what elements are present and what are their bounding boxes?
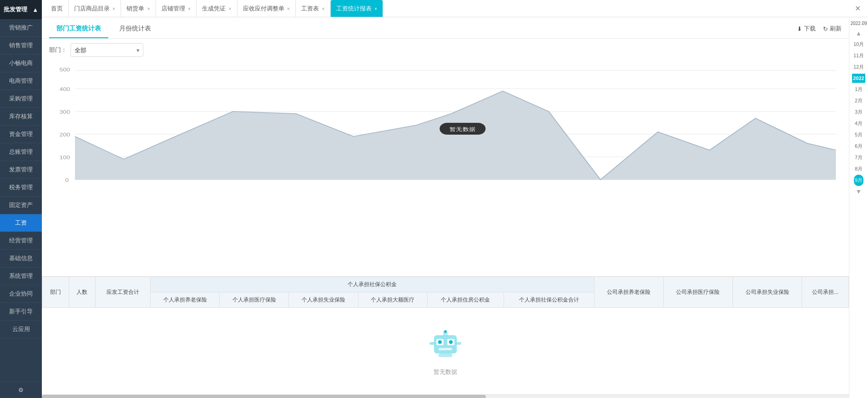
th-personal-medical: 个人承担医疗保险 xyxy=(220,292,289,308)
chart-svg: 0 100 200 300 400 500 xyxy=(49,66,842,184)
sidebar-item-工资[interactable]: 工资 xyxy=(0,214,42,232)
tab-2[interactable]: 销货单× xyxy=(121,0,156,17)
th-dept: 部门 xyxy=(42,277,69,308)
sub-tab-bar: 部门工资统计表月份统计表 ⬇ 下载 ↻ 刷新 xyxy=(42,17,849,39)
sidebar-item-云应用[interactable]: 云应用 xyxy=(0,321,42,338)
sidebar-item-税务管理[interactable]: 税务管理 xyxy=(0,179,42,196)
tab-3[interactable]: 店铺管理× xyxy=(156,0,197,17)
tab-bar-close[interactable]: ✕ xyxy=(851,4,864,13)
svg-text:0: 0 xyxy=(65,177,69,183)
th-company-pension: 公司承担养老保险 xyxy=(594,277,663,308)
timeline-month-1月[interactable]: 1月 xyxy=(852,84,865,95)
filter-dept-wrapper: 全部 xyxy=(71,43,143,57)
timeline-month-7月[interactable]: 7月 xyxy=(852,152,865,163)
tab-5[interactable]: 应收应付调整单× xyxy=(237,0,296,17)
timeline-month-11月[interactable]: 11月 xyxy=(852,50,865,61)
tab-close-4[interactable]: × xyxy=(228,6,231,11)
chart-area: 0 100 200 300 400 500 xyxy=(42,61,849,276)
timeline-month-6月[interactable]: 6月 xyxy=(852,141,865,152)
filter-bar: 部门： 全部 xyxy=(42,39,849,61)
tab-7[interactable]: 工资统计报表× xyxy=(331,0,383,17)
sub-tab-0[interactable]: 部门工资统计表 xyxy=(49,22,108,38)
download-button[interactable]: ⬇ 下载 xyxy=(797,25,816,33)
tab-close-3[interactable]: × xyxy=(188,6,191,11)
main-area: 首页门店商品目录×销货单×店铺管理×生成凭证×应收应付调整单×工资表×工资统计报… xyxy=(42,0,868,398)
empty-icon xyxy=(427,326,464,363)
tab-close-5[interactable]: × xyxy=(287,6,290,11)
tab-close-6[interactable]: × xyxy=(322,6,324,11)
svg-text:200: 200 xyxy=(60,132,70,137)
timeline-month-8月[interactable]: 8月 xyxy=(852,163,865,175)
sidebar-settings[interactable]: ⚙ xyxy=(0,382,42,398)
timeline-month-9月[interactable]: 9月 xyxy=(854,175,863,186)
data-table: 部门 人数 应发工资合计 个人承担社保公积金 公司承担养老保险 公司承担医疗保险… xyxy=(42,277,849,308)
tab-6[interactable]: 工资表× xyxy=(296,0,330,17)
table-section: 部门 人数 应发工资合计 个人承担社保公积金 公司承担养老保险 公司承担医疗保险… xyxy=(42,276,849,394)
horizontal-scrollbar[interactable] xyxy=(42,394,849,398)
sidebar-item-销售管理[interactable]: 销售管理 xyxy=(0,37,42,55)
svg-point-22 xyxy=(444,330,447,333)
sidebar-item-总账管理[interactable]: 总账管理 xyxy=(0,143,42,161)
tab-4[interactable]: 生成凭证× xyxy=(197,0,237,17)
sidebar-item-经营管理[interactable]: 经营管理 xyxy=(0,232,42,250)
svg-text:500: 500 xyxy=(60,67,70,72)
svg-rect-25 xyxy=(439,353,452,357)
content-area: 部门工资统计表月份统计表 ⬇ 下载 ↻ 刷新 部门： 全 xyxy=(42,17,868,398)
th-company-unemployment: 公司承担失业保险 xyxy=(732,277,802,308)
sidebar-item-采购管理[interactable]: 采购管理 xyxy=(0,90,42,108)
svg-text:100: 100 xyxy=(60,155,70,160)
sidebar-item-电商管理[interactable]: 电商管理 xyxy=(0,72,42,90)
svg-point-19 xyxy=(449,340,453,344)
th-company-other: 公司承担... xyxy=(802,277,849,308)
svg-text:暂无数据: 暂无数据 xyxy=(449,126,476,132)
th-personal-large-medical: 个人承担大额医疗 xyxy=(358,292,427,308)
refresh-button[interactable]: ↻ 刷新 xyxy=(823,25,842,33)
sidebar-title: 批发管理 xyxy=(4,5,27,14)
filter-dept-select[interactable]: 全部 xyxy=(71,43,143,57)
th-personal-pension: 个人承担养老保险 xyxy=(151,292,220,308)
th-personal-total: 个人承担社保公积金合计 xyxy=(504,292,594,308)
sidebar-item-固定资产[interactable]: 固定资产 xyxy=(0,196,42,214)
tab-close-1[interactable]: × xyxy=(112,6,115,11)
svg-rect-23 xyxy=(429,342,435,345)
svg-text:300: 300 xyxy=(60,109,70,115)
scrollbar-thumb[interactable] xyxy=(42,395,486,398)
timeline-up-arrow[interactable]: ▲ xyxy=(849,28,868,39)
timeline-month-4月[interactable]: 4月 xyxy=(852,118,865,129)
svg-text:400: 400 xyxy=(60,86,70,92)
download-icon: ⬇ xyxy=(797,25,802,32)
tab-close-7[interactable]: × xyxy=(374,6,377,11)
sub-tab-1[interactable]: 月份统计表 xyxy=(112,22,158,38)
sidebar-item-资金管理[interactable]: 资金管理 xyxy=(0,126,42,143)
settings-icon: ⚙ xyxy=(18,387,24,393)
tab-close-2[interactable]: × xyxy=(147,6,150,11)
sidebar-item-库存核算[interactable]: 库存核算 xyxy=(0,108,42,126)
sidebar-item-营销推广[interactable]: 营销推广 xyxy=(0,19,42,37)
tab-bar: 首页门店商品目录×销货单×店铺管理×生成凭证×应收应付调整单×工资表×工资统计报… xyxy=(42,0,868,17)
svg-point-18 xyxy=(438,340,442,344)
sidebar-item-小畅电商[interactable]: 小畅电商 xyxy=(0,55,42,72)
sidebar-item-发票管理[interactable]: 发票管理 xyxy=(0,161,42,179)
sidebar-item-新手引导[interactable]: 新手引导 xyxy=(0,303,42,321)
svg-rect-24 xyxy=(456,342,461,345)
sub-tab-actions: ⬇ 下载 ↻ 刷新 xyxy=(797,25,842,35)
filter-dept-label: 部门： xyxy=(49,46,67,54)
timeline-year-2022: 2022 xyxy=(852,74,865,83)
sidebar-item-基础信息[interactable]: 基础信息 xyxy=(0,250,42,267)
timeline-month-5月[interactable]: 5月 xyxy=(852,129,865,141)
timeline-month-3月[interactable]: 3月 xyxy=(852,106,865,118)
timeline-month-12月[interactable]: 12月 xyxy=(852,61,865,73)
refresh-icon: ↻ xyxy=(823,25,828,32)
sidebar-item-企业协同[interactable]: 企业协同 xyxy=(0,285,42,303)
timeline-month-10月[interactable]: 10月 xyxy=(852,39,865,50)
tab-1[interactable]: 门店商品目录× xyxy=(69,0,121,17)
main-panel: 部门工资统计表月份统计表 ⬇ 下载 ↻ 刷新 部门： 全 xyxy=(42,17,849,398)
sidebar-header[interactable]: 批发管理 ▲ xyxy=(0,0,42,19)
tab-0[interactable]: 首页 xyxy=(45,0,69,17)
download-label: 下载 xyxy=(804,25,816,33)
svg-rect-20 xyxy=(439,348,452,350)
sidebar-item-系统管理[interactable]: 系统管理 xyxy=(0,267,42,285)
timeline-down-arrow[interactable]: ▼ xyxy=(849,186,868,197)
svg-marker-12 xyxy=(75,91,836,180)
timeline-month-2月[interactable]: 2月 xyxy=(852,95,865,106)
